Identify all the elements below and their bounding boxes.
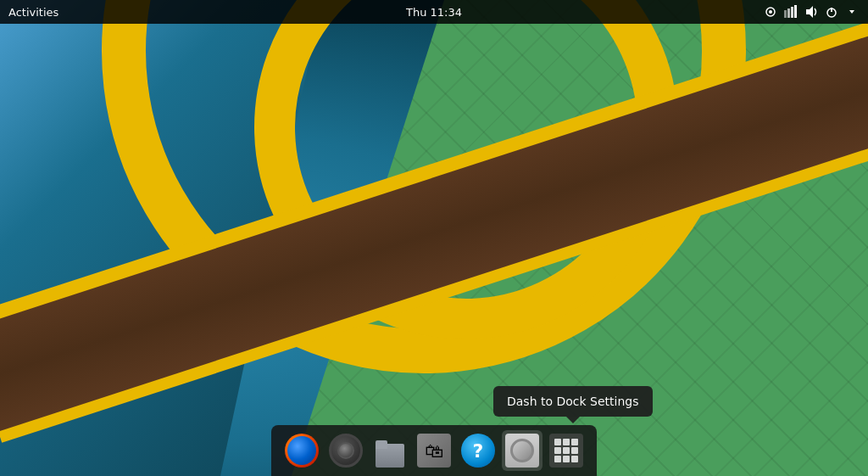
apps-dot: [563, 447, 570, 454]
desktop: Activities Thu 11:34: [0, 0, 868, 476]
software-icon: [417, 434, 451, 468]
apps-dot: [563, 439, 570, 445]
activities-button[interactable]: Activities: [8, 6, 58, 19]
svg-rect-2: [784, 10, 787, 18]
power-icon[interactable]: [824, 4, 839, 20]
camera-icon[interactable]: [763, 4, 778, 20]
files-icon: [373, 434, 407, 468]
dock-item-files[interactable]: [370, 430, 410, 471]
power-menu-arrow[interactable]: [844, 4, 860, 20]
svg-marker-6: [806, 6, 813, 18]
svg-marker-9: [849, 10, 854, 14]
topbar-left: Activities: [8, 6, 58, 19]
rhythmbox-icon: [329, 434, 363, 468]
svg-rect-3: [787, 8, 790, 18]
apps-icon: [549, 434, 583, 468]
apps-grid: [554, 439, 578, 462]
topbar: Activities Thu 11:34: [0, 0, 868, 24]
apps-dot: [571, 447, 578, 454]
apps-dot: [554, 456, 561, 462]
topbar-right: [763, 4, 860, 20]
help-icon: ?: [461, 434, 495, 468]
apps-dot: [563, 456, 570, 462]
dock-item-apps[interactable]: [546, 430, 587, 471]
dock-item-help[interactable]: ?: [458, 430, 498, 471]
svg-rect-4: [791, 7, 793, 18]
dock-item-software[interactable]: [414, 430, 454, 471]
settings-icon: [505, 434, 539, 468]
sound-icon[interactable]: [804, 4, 819, 20]
dock-item-rhythmbox[interactable]: [326, 430, 366, 471]
apps-dot: [571, 456, 578, 462]
dock-item-settings[interactable]: [502, 430, 542, 471]
svg-rect-5: [794, 5, 797, 18]
dock-item-firefox[interactable]: [281, 430, 322, 471]
network-icon[interactable]: [783, 4, 798, 20]
firefox-icon: [285, 434, 319, 468]
apps-dot: [571, 439, 578, 445]
svg-point-1: [769, 10, 772, 14]
apps-dot: [554, 447, 561, 454]
apps-dot: [554, 439, 561, 445]
dock: ?: [271, 425, 597, 476]
topbar-clock[interactable]: Thu 11:34: [406, 6, 462, 19]
